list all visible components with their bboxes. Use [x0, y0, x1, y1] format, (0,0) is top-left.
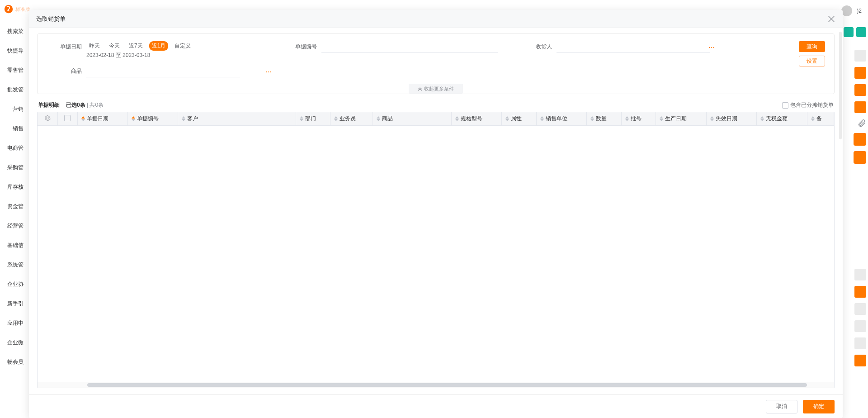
- selected-text: 已选0条 | 共0条: [66, 101, 104, 109]
- sort-icon: [540, 116, 544, 121]
- sort-icon: [377, 116, 380, 121]
- modal-vertical-scrollbar[interactable]: [839, 32, 842, 391]
- detail-label: 单据明细: [38, 101, 60, 109]
- summary-row: 单据明细 已选0条 | 共0条 包含已分摊销货单: [37, 99, 835, 112]
- checkbox-icon: [64, 115, 71, 121]
- sort-icon: [505, 116, 509, 121]
- collapse-filter-label: 收起更多条件: [424, 86, 454, 92]
- receiver-more-icon[interactable]: ⋯: [708, 44, 715, 51]
- date-chip-row: 昨天 今天 近7天 近1月 自定义: [86, 41, 272, 51]
- sort-icon: [300, 116, 303, 121]
- sort-icon: [760, 116, 764, 121]
- sort-icon: [625, 116, 629, 121]
- collapse-filter-bar[interactable]: 收起更多条件: [409, 84, 463, 94]
- table-select-all-col[interactable]: [57, 112, 77, 126]
- x-icon: [828, 16, 835, 22]
- col-no-tax-amount[interactable]: 无税金额: [757, 112, 807, 126]
- settings-button[interactable]: 设置: [799, 56, 825, 66]
- sort-icon: [590, 116, 594, 121]
- filter-date-group: 单据日期 昨天 今天 近7天 近1月 自定义 2023-02-18 至 2023…: [55, 41, 272, 59]
- modal-footer: 取消 确定: [29, 394, 843, 418]
- col-date[interactable]: 单据日期: [77, 112, 127, 126]
- sort-icon: [660, 116, 663, 121]
- filter-receiver-group: 收货人 ⋯: [525, 41, 715, 53]
- product-more-icon[interactable]: ⋯: [265, 68, 272, 76]
- date-chip-today[interactable]: 今天: [106, 41, 123, 51]
- filter-product-label: 商品: [55, 66, 82, 75]
- col-prod-date[interactable]: 生产日期: [656, 112, 706, 126]
- filter-date-label: 单据日期: [55, 41, 82, 51]
- table-settings-col[interactable]: [38, 112, 57, 126]
- filter-number-input[interactable]: [321, 41, 498, 53]
- date-chip-last1m[interactable]: 近1月: [149, 41, 169, 51]
- cancel-button[interactable]: 取消: [766, 400, 797, 413]
- sort-icon: [811, 116, 815, 121]
- scrollbar-thumb[interactable]: [87, 383, 807, 387]
- col-expire-date[interactable]: 失效日期: [706, 112, 756, 126]
- results-table: 单据日期 单据编号 客户 部门 业务员 商品 规格型号 属性 销售单位 数量 批…: [37, 112, 835, 388]
- col-spec[interactable]: 规格型号: [451, 112, 501, 126]
- confirm-button[interactable]: 确定: [803, 400, 835, 413]
- col-attr[interactable]: 属性: [502, 112, 537, 126]
- sort-asc-icon: [81, 116, 85, 121]
- sort-icon: [455, 116, 459, 121]
- query-button[interactable]: 查询: [799, 41, 825, 52]
- col-product[interactable]: 商品: [373, 112, 452, 126]
- include-dispatched-label: 包含已分摊销货单: [790, 101, 834, 109]
- sort-icon: [334, 116, 338, 121]
- col-batch[interactable]: 批号: [621, 112, 656, 126]
- filter-receiver-label: 收货人: [525, 41, 552, 51]
- include-dispatched-checkbox[interactable]: 包含已分摊销货单: [782, 101, 834, 109]
- close-icon[interactable]: [827, 15, 835, 23]
- modal-header: 选取销货单: [29, 10, 843, 28]
- col-salesperson[interactable]: 业务员: [330, 112, 373, 126]
- date-chip-yesterday[interactable]: 昨天: [86, 41, 103, 51]
- table-horizontal-scrollbar[interactable]: [38, 382, 834, 388]
- filter-number-group: 单据编号: [290, 41, 507, 53]
- scrollbar-thumb[interactable]: [839, 32, 842, 139]
- checkbox-icon: [782, 102, 788, 109]
- modal-title: 选取销货单: [36, 15, 66, 23]
- date-chip-custom[interactable]: 自定义: [172, 41, 193, 51]
- sort-icon: [710, 116, 714, 121]
- col-number[interactable]: 单据编号: [127, 112, 178, 126]
- col-customer[interactable]: 客户: [178, 112, 296, 126]
- chevron-double-up-icon: [418, 86, 422, 91]
- col-remark[interactable]: 备: [807, 112, 834, 126]
- date-chip-last7[interactable]: 近7天: [126, 41, 146, 51]
- filter-product-group: 商品 ⋯: [55, 66, 272, 77]
- sort-icon: [182, 116, 185, 121]
- modal-body: 单据日期 昨天 今天 近7天 近1月 自定义 2023-02-18 至 2023…: [29, 28, 843, 394]
- filter-receiver-input[interactable]: [557, 41, 710, 53]
- filter-card: 单据日期 昨天 今天 近7天 近1月 自定义 2023-02-18 至 2023…: [37, 33, 835, 94]
- date-range-text: 2023-02-18 至 2023-03-18: [86, 52, 272, 59]
- filter-product-input[interactable]: [86, 66, 240, 77]
- col-dept[interactable]: 部门: [296, 112, 330, 126]
- filter-action-buttons: 查询 设置: [799, 41, 825, 66]
- col-unit[interactable]: 销售单位: [536, 112, 586, 126]
- sort-asc-icon: [132, 116, 135, 121]
- select-sales-order-modal: 选取销货单 单据日期 昨天 今天 近7天 近1月 自定义: [29, 10, 843, 418]
- gear-icon: [44, 115, 51, 123]
- filter-number-label: 单据编号: [290, 41, 317, 51]
- col-qty[interactable]: 数量: [587, 112, 622, 126]
